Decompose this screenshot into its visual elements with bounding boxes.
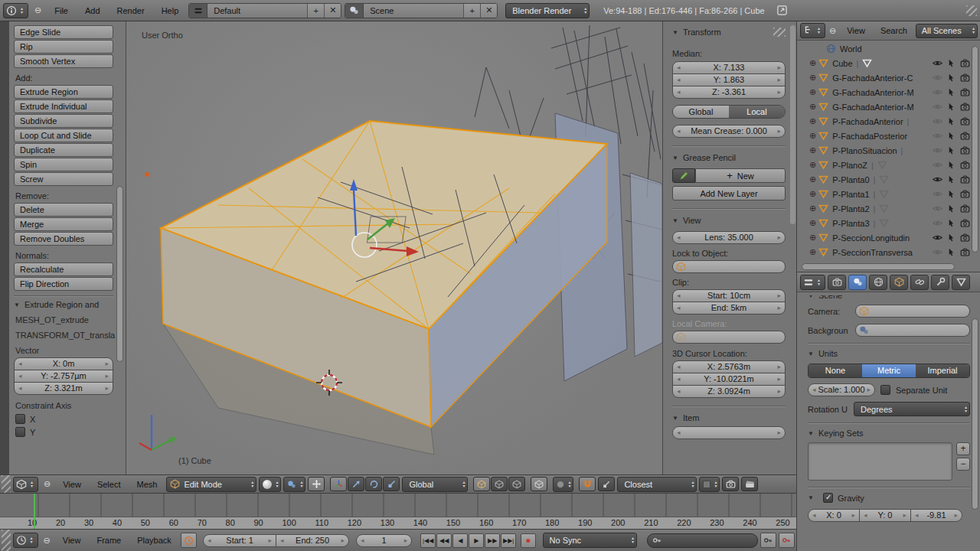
timeline-ticks[interactable]: [0, 494, 796, 517]
grease-pencil-panel-title[interactable]: Grease Pencil: [672, 153, 786, 162]
item-panel-title[interactable]: Item: [672, 413, 786, 422]
expand-icon[interactable]: [809, 116, 816, 126]
visibility-icon[interactable]: [933, 145, 942, 155]
clip-start-field[interactable]: Start: 10cm: [672, 289, 786, 302]
tool-remove-doubles[interactable]: Remove Doubles: [14, 232, 113, 246]
vector-x-field[interactable]: X: 0m: [14, 357, 113, 370]
snap-toggle[interactable]: [579, 477, 596, 491]
visibility-icon[interactable]: [933, 247, 942, 257]
gravity-panel-title[interactable]: [808, 494, 818, 501]
grease-new-button[interactable]: +New: [695, 168, 786, 183]
renderability-icon[interactable]: [960, 131, 970, 141]
editor-type-view3d-button[interactable]: [13, 477, 38, 492]
viewport-3d[interactable]: User Ortho (1) Cube: [126, 21, 662, 474]
n-panel-scrollbar[interactable]: [790, 25, 795, 224]
visibility-icon[interactable]: [933, 116, 942, 126]
expand-icon[interactable]: [809, 233, 816, 243]
delete-keyframe-button[interactable]: [779, 533, 795, 548]
selectability-icon[interactable]: [947, 204, 956, 213]
snap-target-dropdown[interactable]: [699, 477, 720, 492]
tool-merge[interactable]: Merge: [14, 217, 113, 231]
add-new-layer-button[interactable]: Add New Layer: [672, 186, 786, 201]
view3d-menu-select[interactable]: Select: [90, 475, 128, 494]
renderability-icon[interactable]: [960, 116, 970, 126]
median-z-field[interactable]: Z: -3.361: [672, 86, 786, 99]
tab-scene[interactable]: [848, 275, 867, 290]
timeline-menu-playback[interactable]: Playback: [130, 531, 178, 549]
tab-object-data[interactable]: [952, 275, 970, 290]
editor-type-timeline-button[interactable]: [13, 533, 38, 548]
delete-scene-button[interactable]: ✕: [480, 4, 497, 18]
tool-extrude-region[interactable]: Extrude Region: [14, 85, 113, 99]
timeline-menu-view[interactable]: View: [56, 531, 88, 549]
tool-shelf-scrollbar[interactable]: [116, 186, 123, 362]
gravity-x-field[interactable]: X: 0: [808, 509, 860, 522]
selectability-icon[interactable]: [947, 59, 956, 67]
gravity-y-field[interactable]: Y: 0: [859, 509, 911, 522]
outliner-horizontal-scrollbar[interactable]: [802, 263, 955, 270]
expand-icon[interactable]: [809, 131, 816, 141]
manipulator-axis-button[interactable]: [330, 477, 347, 491]
selectability-icon[interactable]: [947, 248, 956, 256]
expand-icon[interactable]: [809, 102, 816, 112]
mean-crease-field[interactable]: Mean Crease: 0.000: [672, 125, 786, 138]
outliner-item[interactable]: P-Planta3: [797, 216, 980, 230]
outliner-item[interactable]: G-FachadaAnterior-M: [797, 99, 980, 114]
outliner-item[interactable]: G-FachadaAnterior-M: [797, 85, 980, 99]
outliner-collapse-icon[interactable]: [829, 26, 836, 36]
outliner-filter-dropdown[interactable]: All Scenes: [916, 24, 978, 38]
renderability-icon[interactable]: [960, 102, 970, 112]
render-engine-dropdown[interactable]: Blender Render: [505, 3, 590, 18]
expand-icon[interactable]: [809, 189, 816, 199]
selectability-icon[interactable]: [947, 73, 956, 82]
renderability-icon[interactable]: [960, 160, 970, 170]
selectability-icon[interactable]: [947, 175, 956, 184]
scene-name[interactable]: Scene: [364, 6, 463, 15]
visibility-icon[interactable]: [933, 73, 942, 83]
outliner-item[interactable]: P-FachadaAnterior: [797, 114, 980, 129]
timeline-area[interactable]: 1020304050607080901001101201301401501601…: [0, 494, 796, 530]
renderability-icon[interactable]: [960, 58, 970, 68]
outliner-item[interactable]: Cube: [797, 56, 980, 70]
manipulator-toggle[interactable]: [308, 477, 325, 491]
visibility-icon[interactable]: [933, 204, 942, 214]
transform-panel-title[interactable]: Transform: [672, 28, 721, 37]
outliner-item[interactable]: P-Planta1: [797, 187, 980, 201]
tool-extrude-individual[interactable]: Extrude Individual: [14, 99, 113, 113]
transform-orientation-dropdown[interactable]: Global: [402, 477, 468, 492]
tool-screw[interactable]: Screw: [14, 172, 113, 186]
unit-metric-button[interactable]: Metric: [862, 364, 916, 377]
visibility-icon[interactable]: [933, 131, 942, 141]
editor-type-properties-button[interactable]: [800, 275, 825, 290]
properties-scrollbar[interactable]: [972, 318, 978, 510]
add-keying-set-button[interactable]: +: [956, 442, 970, 455]
renderability-icon[interactable]: [960, 174, 970, 184]
tool-delete[interactable]: Delete: [14, 203, 113, 217]
grease-pencil-draw-button[interactable]: [672, 168, 695, 183]
expand-icon[interactable]: [809, 204, 816, 214]
expand-icon[interactable]: [809, 58, 816, 68]
outliner-menu-view[interactable]: View: [840, 21, 872, 40]
renderability-icon[interactable]: [960, 87, 970, 97]
renderability-icon[interactable]: [960, 247, 970, 257]
proportional-edit-dropdown[interactable]: [553, 477, 573, 492]
view3d-menu-mesh[interactable]: Mesh: [129, 475, 164, 494]
expand-icon[interactable]: [809, 160, 816, 170]
selectability-icon[interactable]: [947, 88, 956, 96]
global-button[interactable]: Global: [673, 106, 729, 118]
gravity-checkbox[interactable]: [823, 493, 833, 503]
visibility-icon[interactable]: [933, 160, 942, 170]
outliner-vertical-scrollbar[interactable]: [972, 46, 978, 253]
remove-keying-set-button[interactable]: −: [956, 458, 970, 471]
tool-spin[interactable]: Spin: [14, 158, 113, 171]
outliner-item[interactable]: P-PlanoZ: [797, 158, 980, 172]
constraint-x-checkbox[interactable]: [15, 414, 25, 424]
outliner-item[interactable]: P-SeccionTransversa: [797, 245, 980, 259]
visibility-icon[interactable]: [933, 102, 942, 112]
renderability-icon[interactable]: [960, 204, 970, 214]
selectability-icon[interactable]: [947, 146, 956, 155]
tool-smooth-vertex[interactable]: Smooth Vertex: [14, 54, 113, 68]
clip-end-field[interactable]: End: 5km: [672, 302, 786, 315]
record-button[interactable]: [521, 533, 535, 548]
outliner-item[interactable]: P-FachadaPosterior: [797, 129, 980, 143]
